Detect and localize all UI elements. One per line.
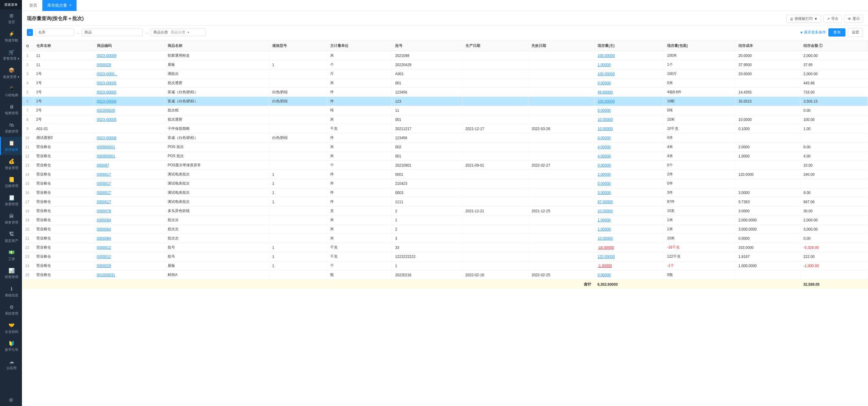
table-row[interactable]: 82号0023-00005批次透密米00110.0000010米10.00001… — [22, 115, 868, 124]
cell-product-code[interactable]: 0000029 — [94, 261, 164, 270]
cell-product-code[interactable]: 0000084 — [94, 225, 164, 234]
cell-product-code[interactable]: 0000017 — [94, 188, 164, 197]
table-row[interactable]: 19营业粮仓0000084批次次米11.000001米2,000.00002,0… — [22, 216, 868, 225]
sidebar-item-invoice[interactable]: 🧾 发票管理 — [0, 192, 22, 210]
sidebar-item-operation[interactable]: 📊 经营管理 — [0, 264, 22, 283]
cell-product-code[interactable]: 0023-00005 — [94, 78, 164, 88]
table-row[interactable]: 23营业粮仓0000012批号1千克1222222222122.00000122… — [22, 252, 868, 261]
table-row[interactable]: 2110000029展板1个202204291.000001个37.950037… — [22, 60, 868, 69]
cell-product-code[interactable]: 0023-00009 — [94, 51, 164, 60]
table-row[interactable]: 17营业粮仓0000017测试电表批次1件111187.0000087件9.73… — [22, 197, 868, 206]
sidebar-item-general-ledger[interactable]: 📒 总账管理 — [0, 173, 22, 192]
cell-product-code[interactable]: 000097 — [94, 161, 164, 170]
table-row[interactable]: 18营业粮仓0000078多头异色软线支22021-12-212021-12-2… — [22, 206, 868, 216]
sidebar-item-labor[interactable]: 💵 工资 — [0, 246, 22, 264]
cell-qty-main[interactable]: 3.00000 — [594, 188, 664, 197]
cell-qty-main[interactable]: 0.00000 — [594, 133, 664, 142]
cell-qty-main[interactable]: 87.00000 — [594, 197, 664, 206]
cell-qty-main[interactable]: 4.00000 — [594, 152, 664, 161]
cell-product-code[interactable]: 0000012 — [94, 243, 164, 252]
table-row[interactable]: 1110023-00009软胶通用粉盒米2021098100.00000100米… — [22, 51, 868, 60]
sidebar-logo[interactable]: 搜索菜单 — [0, 0, 22, 9]
print-btn[interactable]: 🖨 按模板打印 ▼ — [786, 14, 821, 23]
cell-product-code[interactable]: 001000026 — [94, 106, 164, 115]
sidebar-item-quick-nav[interactable]: ⚡ 快捷导航 — [0, 28, 22, 46]
cell-product-code[interactable]: 0000017 — [94, 197, 164, 206]
cell-product-code[interactable]: 0023-00008 — [94, 133, 164, 142]
cell-qty-main[interactable]: 1.00000 — [594, 60, 664, 69]
cell-qty-main[interactable]: 1.00000 — [594, 225, 664, 234]
table-row[interactable]: 21营业粮仓0000084批次次米310.0000010米0.00000.00 — [22, 234, 868, 243]
table-row[interactable]: 24营业粮仓0000029展板1个1-1.00000-1个1,000.0000-… — [22, 261, 868, 270]
cell-product-code[interactable]: 0023-00005 — [94, 88, 164, 97]
sidebar-item-capital[interactable]: 💰 资金管理 — [0, 155, 22, 173]
table-row[interactable]: 16营业粮仓0000017测试电表批次1件00033.000003件3.0000… — [22, 188, 868, 197]
sidebar-item-sys-mgmt[interactable]: ⚙ 系统管理 — [0, 301, 22, 319]
setting-btn[interactable]: 设置 — [848, 28, 863, 37]
sidebar-item-retail[interactable]: 🛒 零售管理 ▼ — [0, 46, 22, 64]
expand-btn[interactable]: ▼ 展开更多条件 — [800, 30, 826, 35]
table-row[interactable]: 13营业粮仓000097POS显示率保质异常个202109012021-09-0… — [22, 161, 868, 170]
table-row[interactable]: 51号0023-00005富减（白色/奶棕）白色/奶棕件12345649.600… — [22, 88, 868, 97]
cell-qty-main[interactable]: -16.00000 — [594, 243, 664, 252]
sidebar-item-enterprise[interactable]: 🤝 企业协同 — [0, 319, 22, 337]
table-row[interactable]: 72号001000026批次框吨110.000000吨0.00 — [22, 106, 868, 115]
cell-qty-main[interactable]: 10.00000 — [594, 124, 664, 133]
table-row[interactable]: 25营业粮仓001000031鲜肉A瓶202202162022-02-16202… — [22, 270, 868, 280]
warehouse-dots[interactable]: ... — [76, 30, 79, 35]
table-row[interactable]: 12营业粮仓000900001POS 批次米0014.000004米1.0000… — [22, 152, 868, 161]
warehouse-input[interactable] — [46, 30, 71, 35]
sidebar-item-mini-commerce[interactable]: 📱 小程电商 — [0, 82, 22, 101]
cell-qty-main[interactable]: 10.00000 — [594, 115, 664, 124]
cell-product-code[interactable]: 000900001 — [94, 142, 164, 152]
sidebar-item-cloud-app[interactable]: ☁ 云应用 — [0, 356, 22, 374]
table-row[interactable]: 61号0023-00008富减（白色/奶棕）白色/奶棕件123100.00000… — [22, 97, 868, 106]
table-row[interactable]: 22营业粮仓0000012批号1千克33-16.00000-16千克333.00… — [22, 243, 868, 252]
sidebar-item-tax[interactable]: 🏛 税务管理 — [0, 210, 22, 228]
cell-qty-main[interactable]: 0.00000 — [594, 106, 664, 115]
sidebar-settings-btn[interactable]: ⚙ — [0, 394, 22, 406]
cell-product-code[interactable]: 0023-00005 — [94, 115, 164, 124]
product-input[interactable] — [93, 30, 130, 35]
filter-collapse-btn[interactable]: › — [27, 29, 33, 36]
cell-qty-main[interactable]: 100.00000 — [594, 69, 664, 78]
cell-qty-main[interactable]: 0.00000 — [594, 270, 664, 280]
table-row[interactable]: 41号0023-00005批次透密米0010.000000米445.86 — [22, 78, 868, 88]
table-row[interactable]: 20营业粮仓0000084批次次米21.000001米3,000.00003,0… — [22, 225, 868, 234]
cell-product-code[interactable]: 0000084 — [94, 216, 164, 225]
sidebar-item-home[interactable]: ⊞ 首页 — [0, 9, 22, 28]
table-row[interactable]: 11营业粮仓000900001POS 批次米0024.000004米2.0000… — [22, 142, 868, 152]
sidebar-item-fixed-assets[interactable]: 🏗 固定资产 — [0, 228, 22, 246]
cell-qty-main[interactable]: 4.00000 — [594, 142, 664, 152]
cell-product-code[interactable] — [94, 124, 164, 133]
table-row[interactable]: 31号0023-0000...测批次斤A001100.00000100斤20.0… — [22, 69, 868, 78]
cell-product-code[interactable]: 0000029 — [94, 60, 164, 69]
display-btn[interactable]: 👁 显示 — [844, 14, 863, 23]
cell-qty-main[interactable]: 0.00000 — [594, 78, 664, 88]
cell-qty-main[interactable]: 0.00000 — [594, 179, 664, 188]
table-row[interactable]: 14营业粮仓0000017测试电表批次1件00012.000002件120.00… — [22, 170, 868, 179]
tab-inventory-batch[interactable]: 库存批次量 ✕ — [42, 0, 77, 11]
sidebar-item-purchase[interactable]: 🛍 采购管理 — [0, 119, 22, 137]
sidebar-item-wholesale[interactable]: 📦 批发管理 ▼ — [0, 64, 22, 82]
cell-product-code[interactable]: 001000031 — [94, 270, 164, 280]
cell-product-code[interactable]: 000900001 — [94, 152, 164, 161]
cell-product-code[interactable]: 0000012 — [94, 252, 164, 261]
table-row[interactable]: 9A01-01子件保质期粮千克202112172021-12-172022-03… — [22, 124, 868, 133]
sidebar-item-inventory[interactable]: 📋 库存核算 — [0, 137, 22, 155]
cell-qty-main[interactable]: 49.60000 — [594, 88, 664, 97]
cell-qty-main[interactable]: 2.00000 — [594, 170, 664, 179]
category-filter[interactable]: 商品分类 商品分类 ▼ — [151, 29, 206, 36]
cell-product-code[interactable]: 0023-00008 — [94, 97, 164, 106]
tab-home[interactable]: 首页 — [24, 0, 42, 11]
table-row[interactable]: 10测试透密20023-00008富减（白色/奶棕）白色/奶棕件1234560.… — [22, 133, 868, 142]
cell-qty-main[interactable]: 1.00000 — [594, 216, 664, 225]
cell-qty-main[interactable]: 122.00000 — [594, 252, 664, 261]
table-row[interactable]: 15营业粮仓0000017测试电表批次1件2104230.000000件 — [22, 179, 868, 188]
tab-close-btn[interactable]: ✕ — [69, 3, 72, 7]
cell-product-code[interactable]: 0000017 — [94, 179, 164, 188]
sidebar-item-e-commerce[interactable]: 🖥 电商管理 — [0, 101, 22, 119]
cell-qty-main[interactable]: 10.00000 — [594, 234, 664, 243]
sidebar-item-basic-info[interactable]: ℹ 基础信息 — [0, 283, 22, 301]
search-btn[interactable]: 查询 — [828, 28, 845, 37]
